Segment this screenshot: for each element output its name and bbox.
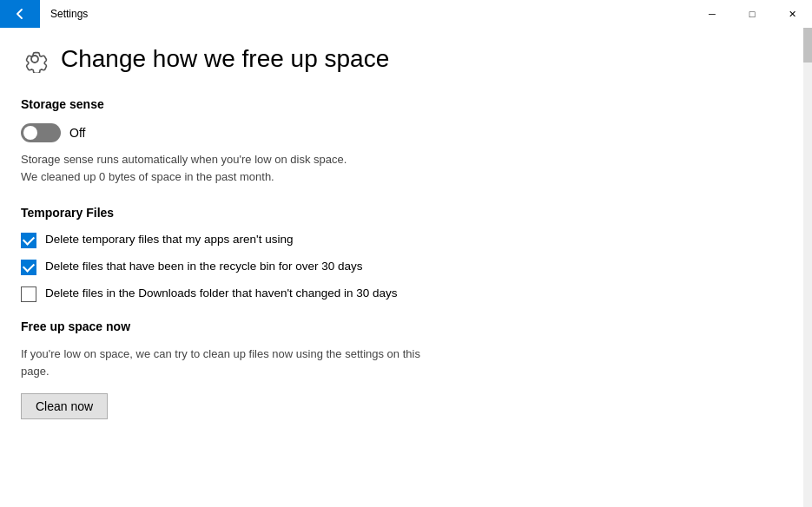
checkbox-2[interactable] bbox=[21, 260, 36, 275]
checkbox-2-label: Delete files that have been in the recyc… bbox=[45, 259, 362, 275]
checkbox-1[interactable] bbox=[21, 233, 36, 248]
checkbox-row-3: Delete files in the Downloads folder tha… bbox=[21, 286, 782, 302]
checkbox-row-1: Delete temporary files that my apps aren… bbox=[21, 232, 782, 248]
back-button[interactable] bbox=[0, 0, 40, 28]
main-content: Change how we free up space Storage sens… bbox=[0, 28, 803, 507]
toggle-state-label: Off bbox=[69, 126, 85, 140]
back-icon bbox=[15, 9, 25, 19]
storage-sense-toggle[interactable] bbox=[21, 123, 61, 142]
storage-sense-section: Storage sense Off Storage sense runs aut… bbox=[21, 97, 782, 185]
toggle-row: Off bbox=[21, 123, 782, 142]
page-title: Change how we free up space bbox=[61, 45, 389, 73]
scrollbar-thumb[interactable] bbox=[803, 28, 812, 63]
window-title: Settings bbox=[40, 8, 692, 20]
minimize-button[interactable]: ─ bbox=[692, 0, 732, 28]
free-space-description: If you're low on space, we can try to cl… bbox=[21, 346, 420, 379]
page-header: Change how we free up space bbox=[21, 45, 782, 73]
clean-now-button[interactable]: Clean now bbox=[21, 393, 108, 419]
toggle-thumb bbox=[23, 126, 37, 140]
storage-sense-header: Storage sense bbox=[21, 97, 782, 111]
gear-icon bbox=[21, 45, 49, 73]
scrollbar-track[interactable] bbox=[803, 28, 812, 507]
checkbox-row-2: Delete files that have been in the recyc… bbox=[21, 259, 782, 275]
temporary-files-header: Temporary Files bbox=[21, 206, 782, 220]
checkbox-1-label: Delete temporary files that my apps aren… bbox=[45, 232, 293, 248]
titlebar: Settings ─ □ ✕ bbox=[0, 0, 812, 28]
page-wrapper: Change how we free up space Storage sens… bbox=[0, 28, 812, 507]
temporary-files-section: Temporary Files Delete temporary files t… bbox=[21, 206, 782, 302]
maximize-button[interactable]: □ bbox=[732, 0, 772, 28]
checkbox-3-label: Delete files in the Downloads folder tha… bbox=[45, 286, 398, 302]
free-space-header: Free up space now bbox=[21, 319, 782, 333]
window-controls: ─ □ ✕ bbox=[692, 0, 812, 28]
close-button[interactable]: ✕ bbox=[772, 0, 812, 28]
free-space-section: Free up space now If you're low on space… bbox=[21, 319, 782, 419]
checkbox-3[interactable] bbox=[21, 286, 36, 302]
storage-sense-description: Storage sense runs automatically when yo… bbox=[21, 151, 438, 185]
